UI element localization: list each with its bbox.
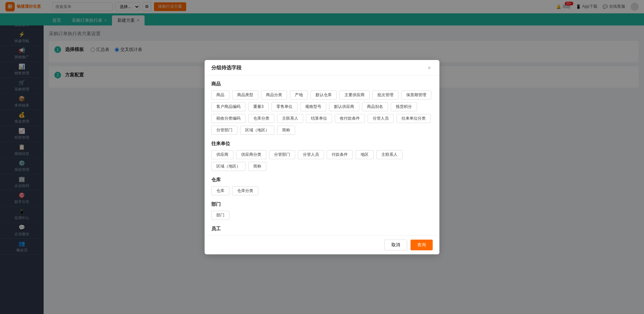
warehouse-chips: 仓库 仓库分类 bbox=[211, 186, 433, 195]
chip-partner-7[interactable]: 区域（地区） bbox=[211, 162, 246, 171]
chip-goods-1[interactable]: 商品类型 bbox=[232, 90, 258, 100]
chip-goods-18[interactable]: 结算单位 bbox=[306, 114, 332, 123]
chip-goods-5[interactable]: 主要供应商 bbox=[339, 90, 370, 100]
chip-partner-5[interactable]: 地区 bbox=[356, 150, 374, 159]
section-partner-title: 往来单位 bbox=[211, 141, 433, 147]
chip-warehouse-1[interactable]: 仓库分类 bbox=[232, 186, 258, 195]
chip-goods-3[interactable]: 产地 bbox=[290, 90, 308, 100]
chip-goods-14[interactable]: 拣货积分 bbox=[391, 102, 417, 111]
chip-goods-22[interactable]: 分管部门 bbox=[211, 126, 237, 135]
partner-chips: 供应商 供应商分类 分管部门 分管人员 付款条件 地区 主联系人 区域（地区） … bbox=[211, 150, 433, 171]
section-employee-title: 员工 bbox=[211, 226, 433, 232]
section-department-title: 部门 bbox=[211, 201, 433, 207]
chip-goods-8[interactable]: 客户商品编码 bbox=[211, 102, 246, 111]
section-goods: 商品 商品 商品类型 商品分类 产地 默认仓库 主要供应商 批次管理 保质期管理… bbox=[211, 81, 433, 135]
chip-goods-7[interactable]: 保质期管理 bbox=[401, 90, 431, 100]
chip-goods-19[interactable]: 收付款条件 bbox=[335, 114, 365, 123]
chip-goods-2[interactable]: 商品分类 bbox=[261, 90, 287, 100]
modal-close-button[interactable]: × bbox=[426, 65, 433, 71]
chip-partner-1[interactable]: 供应商分类 bbox=[236, 150, 266, 159]
cancel-button[interactable]: 取消 bbox=[384, 240, 407, 250]
section-employee: 员工 业务员 bbox=[211, 226, 433, 235]
goods-chips: 商品 商品类型 商品分类 产地 默认仓库 主要供应商 批次管理 保质期管理 客户… bbox=[211, 90, 433, 135]
chip-goods-4[interactable]: 默认仓库 bbox=[311, 90, 337, 100]
chip-goods-10[interactable]: 零售单位 bbox=[271, 102, 298, 111]
section-goods-title: 商品 bbox=[211, 81, 433, 87]
modal-footer: 取消 查询 bbox=[205, 235, 439, 254]
modal-body: 商品 商品 商品类型 商品分类 产地 默认仓库 主要供应商 批次管理 保质期管理… bbox=[205, 76, 439, 235]
section-department: 部门 部门 bbox=[211, 201, 433, 220]
chip-goods-15[interactable]: 税收分类编码 bbox=[211, 114, 246, 123]
chip-goods-23[interactable]: 区域（地区） bbox=[240, 126, 274, 135]
modal-header: 分组待选字段 × bbox=[205, 60, 439, 76]
chip-partner-8[interactable]: 简称 bbox=[248, 162, 266, 171]
chip-goods-0[interactable]: 商品 bbox=[211, 90, 229, 100]
chip-goods-20[interactable]: 分管人员 bbox=[368, 114, 394, 123]
field-select-modal: 分组待选字段 × 商品 商品 商品类型 商品分类 产地 默认仓库 主要供应商 批… bbox=[205, 60, 439, 254]
chip-goods-17[interactable]: 主联系人 bbox=[277, 114, 303, 123]
chip-partner-6[interactable]: 主联系人 bbox=[376, 150, 402, 159]
chip-goods-9[interactable]: 重量3 bbox=[248, 102, 269, 111]
section-partner: 往来单位 供应商 供应商分类 分管部门 分管人员 付款条件 地区 主联系人 区域… bbox=[211, 141, 433, 171]
chip-goods-21[interactable]: 往来单位分类 bbox=[396, 114, 431, 123]
section-warehouse: 仓库 仓库 仓库分类 bbox=[211, 177, 433, 195]
chip-partner-3[interactable]: 分管人员 bbox=[298, 150, 324, 159]
chip-partner-4[interactable]: 付款条件 bbox=[327, 150, 353, 159]
chip-department-0[interactable]: 部门 bbox=[211, 211, 229, 220]
chip-goods-11[interactable]: 规格型号 bbox=[300, 102, 326, 111]
modal-overlay: 分组待选字段 × 商品 商品 商品类型 商品分类 产地 默认仓库 主要供应商 批… bbox=[0, 0, 644, 314]
section-warehouse-title: 仓库 bbox=[211, 177, 433, 183]
chip-goods-6[interactable]: 批次管理 bbox=[372, 90, 398, 100]
chip-goods-16[interactable]: 仓库分类 bbox=[248, 114, 274, 123]
chip-goods-13[interactable]: 商品别名 bbox=[362, 102, 388, 111]
chip-goods-12[interactable]: 默认供应商 bbox=[329, 102, 359, 111]
modal-title: 分组待选字段 bbox=[211, 65, 241, 71]
confirm-button[interactable]: 查询 bbox=[411, 240, 433, 250]
department-chips: 部门 bbox=[211, 211, 433, 220]
chip-warehouse-0[interactable]: 仓库 bbox=[211, 186, 229, 195]
chip-partner-2[interactable]: 分管部门 bbox=[269, 150, 295, 159]
chip-goods-24[interactable]: 简称 bbox=[277, 126, 295, 135]
chip-partner-0[interactable]: 供应商 bbox=[211, 150, 233, 159]
